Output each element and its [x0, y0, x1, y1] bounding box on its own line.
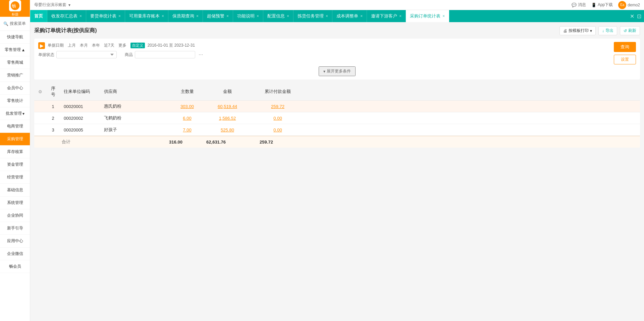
date-this-year-button[interactable]: 本年: [91, 42, 101, 49]
tab-home[interactable]: 首页: [30, 10, 47, 22]
goods-ellipsis-button[interactable]: ···: [197, 52, 204, 58]
cell-qty: 6.00: [167, 112, 207, 124]
logo-text: 标题: [12, 12, 18, 17]
page-content: 采购订单统计表(按供应商) 🖨 按模板打印 ▾ ↓ 导出 ↺ 刷新: [30, 22, 644, 321]
topbar: 母婴行业演示账套 ▾ 💬 消息 📱 App下载 Ea demo2: [30, 0, 644, 10]
cell-paid: 259.72: [248, 101, 308, 112]
tab-available-inventory[interactable]: 可用量库存账本 ×: [125, 10, 168, 22]
sidebar-item-wholesale[interactable]: 批发管理 ▾: [0, 107, 30, 120]
date-more-button[interactable]: 更多: [117, 42, 128, 49]
tab-receive-send[interactable]: 收发存汇总表 ×: [47, 10, 86, 22]
tab-cost-adjust[interactable]: 成本调整单 ×: [332, 10, 367, 22]
sidebar-search-area[interactable]: 🔍 搜索菜单: [0, 17, 30, 31]
setting-button[interactable]: 设置: [614, 55, 636, 64]
table-header: ⚙ 序号 往来单位编码 供应商 主数量 金额 累计付款金额: [34, 83, 640, 101]
tab-close-picking-task[interactable]: ×: [326, 14, 328, 18]
print-icon: 🖨: [563, 29, 567, 33]
sidebar-item-operation[interactable]: 经营管理: [0, 171, 30, 184]
tab-close-purchase-stats[interactable]: ×: [442, 14, 445, 18]
filter-area: ▶ 单据日期 上月 本月 本年 近7天 更多 自定义 2016-01-01 至 …: [34, 39, 640, 79]
sidebar-item-retail[interactable]: 零售管理 ▲: [0, 44, 30, 56]
sidebar-item-newguide[interactable]: 新手引导: [0, 222, 30, 235]
refresh-icon: ↺: [624, 29, 627, 33]
date-last7-button[interactable]: 近7天: [103, 42, 116, 49]
tab-invite-customer[interactable]: 邀请下游客户 ×: [367, 10, 406, 22]
sidebar-item-retail-shop[interactable]: 零售商城: [0, 56, 30, 69]
tab-overstock[interactable]: 超储预警 ×: [203, 10, 233, 22]
sidebar-item-ecommerce[interactable]: 电商管理: [0, 120, 30, 133]
cell-no: 2: [46, 112, 60, 124]
tab-purchase-stats[interactable]: 采购订单统计表 ×: [406, 10, 449, 22]
tab-picking-task[interactable]: 拣货任务管理 ×: [293, 10, 332, 22]
date-this-month-button[interactable]: 本月: [78, 42, 89, 49]
goods-label: 商品: [125, 52, 133, 58]
company-dropdown-icon[interactable]: ▾: [68, 3, 70, 7]
footer-paid: 259.72: [236, 140, 297, 145]
date-last-month-button[interactable]: 上月: [66, 42, 77, 49]
sidebar-item-basic[interactable]: 基础信息: [0, 184, 30, 197]
message-button[interactable]: 💬 消息: [572, 2, 586, 8]
close-all-tabs-button[interactable]: ✕: [630, 13, 634, 19]
filter-toggle-button[interactable]: ▶: [38, 42, 45, 49]
cell-amount: 1,586.52: [207, 112, 248, 124]
user-area[interactable]: Ea demo2: [618, 1, 640, 9]
query-button[interactable]: 查询: [614, 42, 636, 52]
app-download-button[interactable]: 📱 App下载: [591, 2, 613, 8]
col-header-settings[interactable]: ⚙: [34, 83, 46, 101]
main-area: 母婴行业演示账套 ▾ 💬 消息 📱 App下载 Ea demo2 首页: [30, 0, 644, 321]
tab-close-receive-send[interactable]: ×: [79, 14, 82, 18]
goods-input[interactable]: [135, 51, 195, 58]
sidebar-item-retail-stats[interactable]: 零售统计: [0, 95, 30, 107]
expand-icon: ▾: [323, 69, 325, 74]
sidebar-item-enterprise[interactable]: 企业协同: [0, 209, 30, 222]
tab-function-desc[interactable]: 功能说明 ×: [233, 10, 263, 22]
tab-shelf-life[interactable]: 保质期查询 ×: [168, 10, 203, 22]
expand-more-button[interactable]: ▾ 展开更多条件: [319, 66, 356, 76]
sidebar-item-system[interactable]: 系统管理: [0, 197, 30, 209]
table-body: 1 00020001 惠氏奶粉 303.00 60,519.44 259.72 …: [34, 101, 640, 136]
cell-supplier: 好孩子: [100, 124, 167, 136]
sidebar-item-purchase[interactable]: 采购管理: [0, 133, 30, 146]
page-title: 采购订单统计表(按供应商): [34, 27, 97, 34]
table-row: 3 00020005 好孩子 7.00 525.80 0.00: [34, 124, 640, 136]
cell-paid: 0.00: [248, 124, 308, 136]
sidebar-item-quick-nav[interactable]: 快捷导航: [0, 31, 30, 44]
sidebar-item-member[interactable]: 会员中心: [0, 82, 30, 95]
sidebar-item-vip[interactable]: 畅会员: [0, 260, 30, 273]
export-button[interactable]: ↓ 导出: [598, 26, 617, 35]
topbar-left: 母婴行业演示账套 ▾: [34, 2, 70, 8]
tab-close-available-inventory[interactable]: ×: [162, 14, 164, 18]
message-icon: 💬: [572, 3, 577, 7]
tab-config-info[interactable]: 配置信息 ×: [263, 10, 293, 22]
cell-extra: [308, 112, 640, 124]
sidebar-item-inventory[interactable]: 库存核算: [0, 146, 30, 158]
refresh-button[interactable]: ↺ 刷新: [620, 26, 640, 35]
date-range-value: 2016-01-01 至 2023-12-31: [148, 43, 195, 48]
footer-label: 合计: [62, 139, 156, 145]
table-row: 2 00020002 飞鹤奶粉 6.00 1,586.52 0.00: [34, 112, 640, 124]
sidebar-item-marketing[interactable]: 营销推广: [0, 69, 30, 82]
data-table-container: ⚙ 序号 往来单位编码 供应商 主数量 金额 累计付款金额 1 00020001…: [34, 83, 640, 148]
sidebar-item-appcenter[interactable]: 应用中心: [0, 235, 30, 248]
arrow-icon: ▲: [21, 48, 25, 52]
sidebar-item-finance[interactable]: 资金管理: [0, 158, 30, 171]
page-header: 采购订单统计表(按供应商) 🖨 按模板打印 ▾ ↓ 导出 ↺ 刷新: [34, 26, 640, 35]
search-menu-button[interactable]: 🔍 搜索菜单: [2, 19, 28, 28]
cell-code: 00020001: [60, 101, 100, 112]
cell-no: 3: [46, 124, 60, 136]
print-button[interactable]: 🖨 按模板打印 ▾: [559, 26, 596, 35]
tab-close-invite-customer[interactable]: ×: [399, 14, 401, 18]
tab-close-config-info[interactable]: ×: [287, 14, 289, 18]
tab-close-order-stats[interactable]: ×: [118, 14, 121, 18]
status-select[interactable]: [56, 51, 117, 58]
cell-amount: 525.80: [207, 124, 248, 136]
cell-code: 00020005: [60, 124, 100, 136]
col-header-qty: 主数量: [167, 83, 207, 101]
tab-close-shelf-life[interactable]: ×: [196, 14, 199, 18]
tab-close-cost-adjust[interactable]: ×: [360, 14, 363, 18]
tab-close-function-desc[interactable]: ×: [257, 14, 259, 18]
maximize-button[interactable]: ⊡: [637, 13, 641, 19]
tab-order-stats[interactable]: 要货单统计表 ×: [86, 10, 125, 22]
sidebar-item-wechat[interactable]: 企业微信: [0, 248, 30, 260]
tab-close-overstock[interactable]: ×: [226, 14, 229, 18]
